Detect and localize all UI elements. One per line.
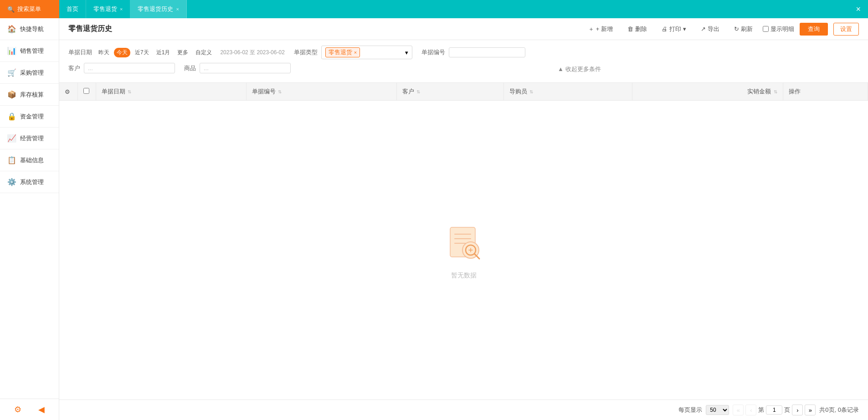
date-btn-yesterday[interactable]: 昨天 bbox=[96, 48, 112, 57]
new-label: + 新增 bbox=[596, 25, 613, 33]
date-options: 昨天 今天 近7天 近1月 更多 自定义 bbox=[96, 48, 215, 57]
settings-gear-icon[interactable]: ⚙ bbox=[14, 405, 21, 415]
doc-type-label: 单据类型 bbox=[294, 48, 318, 56]
customer-select[interactable]: ... bbox=[84, 63, 175, 73]
goods-label: 商品 bbox=[184, 64, 196, 72]
th-doc-date[interactable]: 单据日期 ⇅ bbox=[96, 83, 246, 101]
th-doc-number-sort: ⇅ bbox=[278, 89, 282, 94]
quick-nav-icon: 🏠 bbox=[7, 25, 16, 33]
doc-number-label: 单据编号 bbox=[421, 48, 445, 56]
date-btn-custom[interactable]: 自定义 bbox=[193, 48, 215, 57]
th-doc-number[interactable]: 单据编号 ⇅ bbox=[246, 83, 396, 101]
th-amount-sort: ⇅ bbox=[774, 89, 777, 94]
empty-icon bbox=[441, 220, 487, 266]
th-amount-label: 实销金额 bbox=[747, 88, 771, 95]
sidebar-bottom: ⚙ ◀ bbox=[0, 399, 59, 420]
page-header: 零售退货历史 ＋ + 新增 🗑 删除 🖨 打印 ▾ ↗ 导出 bbox=[59, 18, 868, 40]
sidebar-item-basic-info-label: 基础信息 bbox=[20, 156, 44, 164]
th-guide[interactable]: 导购员 ⇅ bbox=[503, 83, 632, 101]
th-actions-label: 操作 bbox=[789, 88, 801, 95]
th-customer-sort: ⇅ bbox=[416, 89, 420, 94]
filter-area: 单据日期 昨天 今天 近7天 近1月 更多 自定义 2023-06-02 至 2… bbox=[59, 40, 868, 83]
sidebar-item-system[interactable]: ⚙️ 系统管理 bbox=[0, 171, 59, 193]
sidebar-item-inventory-label: 库存核算 bbox=[20, 91, 44, 99]
tab-retail-return[interactable]: 零售退货 × bbox=[86, 0, 130, 18]
setting-button[interactable]: 设置 bbox=[833, 23, 859, 36]
filter-row-1: 单据日期 昨天 今天 近7天 近1月 更多 自定义 2023-06-02 至 2… bbox=[68, 46, 859, 59]
goods-select[interactable]: ... bbox=[200, 63, 291, 73]
sidebar-item-purchase[interactable]: 🛒 采购管理 bbox=[0, 62, 59, 84]
page-next-button[interactable]: › bbox=[792, 405, 803, 415]
sidebar-item-finance-label: 资金管理 bbox=[20, 113, 44, 121]
display-switch-checkbox[interactable] bbox=[763, 26, 769, 32]
th-customer[interactable]: 客户 ⇅ bbox=[396, 83, 503, 101]
sidebar-item-sales[interactable]: 📊 销售管理 bbox=[0, 40, 59, 62]
search-area[interactable]: 🔍 搜索菜单 bbox=[0, 0, 59, 18]
collapse-sidebar-icon[interactable]: ◀ bbox=[38, 405, 45, 415]
pagination: 每页显示 10 20 50 100 « ‹ 第 页 › » 共0页, 0条记录 bbox=[59, 400, 868, 420]
window-close-button[interactable]: × bbox=[848, 5, 868, 14]
display-switch[interactable]: 显示明细 bbox=[763, 25, 794, 33]
page-label: 第 bbox=[758, 406, 764, 414]
content-area: 零售退货历史 ＋ + 新增 🗑 删除 🖨 打印 ▾ ↗ 导出 bbox=[59, 18, 868, 420]
page-title: 零售退货历史 bbox=[68, 24, 112, 34]
date-btn-7days[interactable]: 近7天 bbox=[132, 48, 152, 57]
page-size-select[interactable]: 10 20 50 100 bbox=[706, 405, 729, 415]
th-doc-number-label: 单据编号 bbox=[252, 88, 276, 95]
doc-type-tag-text: 零售退货 bbox=[329, 48, 352, 56]
tab-home[interactable]: 首页 bbox=[59, 0, 86, 18]
tab-retail-return-label: 零售退货 bbox=[93, 5, 117, 13]
sidebar-item-finance[interactable]: 🔒 资金管理 bbox=[0, 106, 59, 128]
empty-text: 暂无数据 bbox=[451, 271, 477, 280]
sidebar-item-inventory[interactable]: 📦 库存核算 bbox=[0, 84, 59, 106]
basic-info-icon: 📋 bbox=[7, 156, 16, 164]
sidebar-item-basic-info[interactable]: 📋 基础信息 bbox=[0, 149, 59, 171]
delete-button[interactable]: 🗑 删除 bbox=[623, 23, 652, 35]
new-button[interactable]: ＋ + 新增 bbox=[584, 23, 617, 35]
query-button[interactable]: 查询 bbox=[800, 23, 828, 36]
sidebar-item-system-label: 系统管理 bbox=[20, 178, 44, 186]
select-all-checkbox[interactable] bbox=[83, 88, 89, 94]
data-table: ⚙ 单据日期 ⇅ 单据编号 ⇅ bbox=[59, 83, 868, 101]
collapse-icon: ▲ bbox=[558, 66, 564, 72]
th-amount[interactable]: 实销金额 ⇅ bbox=[632, 83, 783, 101]
print-icon: 🖨 bbox=[662, 26, 668, 32]
th-doc-date-sort: ⇅ bbox=[128, 89, 131, 94]
tab-home-label: 首页 bbox=[67, 5, 78, 13]
doc-number-input[interactable] bbox=[449, 47, 525, 57]
doc-type-select[interactable]: 零售退货 × ▾ bbox=[321, 46, 412, 59]
sidebar-item-quick-nav[interactable]: 🏠 快捷导航 bbox=[0, 18, 59, 40]
page-number-input[interactable] bbox=[766, 405, 782, 415]
system-icon: ⚙️ bbox=[7, 178, 16, 186]
table-container: ⚙ 单据日期 ⇅ 单据编号 ⇅ bbox=[59, 83, 868, 400]
doc-type-tag-close[interactable]: × bbox=[354, 50, 357, 55]
tab-retail-return-close[interactable]: × bbox=[120, 6, 123, 12]
print-label: 打印 bbox=[669, 25, 681, 33]
customer-label: 客户 bbox=[68, 64, 80, 72]
page-prev-button[interactable]: ‹ bbox=[745, 405, 756, 415]
th-checkbox[interactable] bbox=[77, 83, 96, 101]
page-first-button[interactable]: « bbox=[733, 405, 744, 415]
goods-filter: 商品 ... bbox=[184, 63, 291, 73]
page-last-button[interactable]: » bbox=[805, 405, 816, 415]
empty-illustration bbox=[441, 220, 487, 266]
display-switch-label: 显示明细 bbox=[770, 25, 794, 33]
refresh-button[interactable]: ↻ 刷新 bbox=[729, 23, 757, 35]
export-button[interactable]: ↗ 导出 bbox=[696, 23, 724, 35]
th-doc-date-label: 单据日期 bbox=[102, 88, 125, 95]
export-label: 导出 bbox=[708, 25, 719, 33]
search-label: 搜索菜单 bbox=[17, 5, 41, 13]
collapse-label: 收起更多条件 bbox=[565, 65, 601, 73]
print-button[interactable]: 🖨 打印 ▾ bbox=[657, 23, 691, 35]
date-filter: 单据日期 昨天 今天 近7天 近1月 更多 自定义 2023-06-02 至 2… bbox=[68, 48, 285, 57]
th-settings[interactable]: ⚙ bbox=[59, 83, 77, 101]
tab-retail-return-history-close[interactable]: × bbox=[176, 6, 179, 12]
sidebar-item-operations[interactable]: 📈 经营管理 bbox=[0, 128, 59, 149]
page-size-label: 每页显示 bbox=[678, 406, 702, 414]
date-btn-more[interactable]: 更多 bbox=[175, 48, 191, 57]
print-dropdown-icon: ▾ bbox=[683, 26, 686, 32]
date-btn-1month[interactable]: 近1月 bbox=[154, 48, 173, 57]
date-btn-today[interactable]: 今天 bbox=[114, 48, 130, 57]
collapse-button[interactable]: ▲ 收起更多条件 bbox=[558, 65, 601, 73]
tab-retail-return-history[interactable]: 零售退货历史 × bbox=[130, 0, 186, 18]
